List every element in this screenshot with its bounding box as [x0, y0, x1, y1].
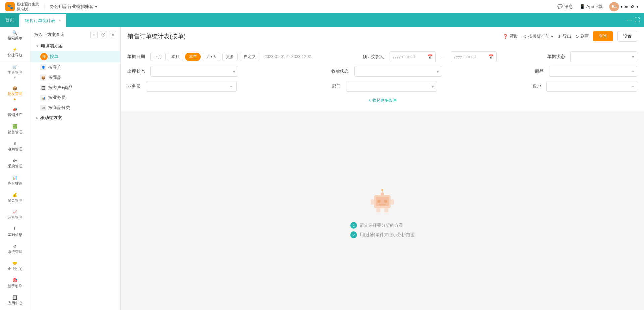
- status-select[interactable]: ▾: [570, 51, 637, 62]
- by-customer-icon: 👤: [40, 64, 46, 70]
- customer-input[interactable]: ···: [546, 81, 637, 92]
- date-label: 单据日期: [127, 54, 145, 60]
- date-btn-this-month[interactable]: 本月: [168, 53, 183, 61]
- by-salesman-icon: 📊: [40, 95, 46, 101]
- tree-section-mobile-header[interactable]: ▶ 移动端方案: [30, 113, 120, 123]
- expected-date-to[interactable]: yyyy-mm-dd 📅: [451, 51, 497, 62]
- sidebar-item-operations[interactable]: 📈 经营管理: [0, 206, 30, 223]
- date-btn-last-month[interactable]: 上月: [150, 53, 166, 61]
- svg-rect-11: [371, 199, 374, 205]
- tree-mobile-expand-icon: ▶: [36, 116, 38, 120]
- empty-hint-1: 1 请先选择要分析的方案: [350, 222, 414, 229]
- sidebar-item-enterprise[interactable]: 🤝 企业协同: [0, 258, 30, 275]
- goods-dots-icon[interactable]: ···: [630, 69, 634, 74]
- sidebar-item-basic-info[interactable]: ℹ 基础信息: [0, 223, 30, 241]
- tab-active[interactable]: 销售订单统计表 ×: [19, 14, 66, 28]
- sidebar-quick-nav[interactable]: ⚡ 快捷导航: [0, 44, 30, 61]
- date-btn-group: 上月 本月 本年 近7天 更多 自定义: [150, 53, 259, 61]
- print-btn[interactable]: 🖨 按模板打印 ▾: [522, 33, 553, 39]
- message-btn[interactable]: 💬 消息: [557, 4, 573, 10]
- date-btn-this-year[interactable]: 本年: [185, 53, 201, 61]
- help-btn[interactable]: ❓ 帮助: [503, 33, 518, 39]
- customer-dots-icon[interactable]: ···: [630, 84, 634, 89]
- empty-hint-2: 2 用[过滤]条件来缩小分析范围: [350, 231, 414, 238]
- status-label: 单据状态: [547, 54, 565, 60]
- sidebar-item-purchase[interactable]: 🛍 采购管理: [0, 155, 30, 172]
- sidebar-item-newbie[interactable]: 🎯 新手引导: [0, 275, 30, 292]
- expected-date-from[interactable]: yyyy-mm-dd 📅: [390, 51, 436, 62]
- date-btn-more[interactable]: 更多: [222, 53, 238, 61]
- date-btn-7days[interactable]: 近7天: [203, 53, 220, 61]
- page-header: 销售订单统计表(按单) ❓ 帮助 🖨 按模板打印 ▾ ⬇ 导出 ↻ 刷新: [121, 27, 644, 46]
- collect-status-select[interactable]: ▾: [354, 66, 442, 77]
- tree-item-by-salesman[interactable]: 📊 按业务员: [30, 93, 120, 103]
- by-customer-goods-icon: 🔲: [40, 85, 46, 91]
- sidebar-search[interactable]: 🔍 搜索菜单: [0, 27, 30, 44]
- filter-area: 单据日期 上月 本月 本年 近7天 更多 自定义 2023-01-01 至 20…: [121, 46, 644, 111]
- empty-state: 1 请先选择要分析的方案 2 用[过滤]条件来缩小分析范围: [121, 111, 644, 310]
- user-menu[interactable]: Ea demo2 ▾: [609, 2, 639, 11]
- sidebar-item-finance[interactable]: 💰 资金管理: [0, 189, 30, 206]
- sidebar-item-wholesale[interactable]: 📦 批发管理 ▲: [0, 83, 30, 104]
- salesman-input[interactable]: ···: [146, 81, 237, 92]
- tree-item-by-customer-goods[interactable]: 🔲 按客户+商品: [30, 83, 120, 93]
- svg-point-10: [381, 189, 383, 191]
- content-area: 销售订单统计表(按单) ❓ 帮助 🖨 按模板打印 ▾ ⬇ 导出 ↻ 刷新: [121, 27, 644, 310]
- tab-close-icon[interactable]: ×: [59, 18, 61, 23]
- sidebar-item-sales[interactable]: 💹 销售管理: [0, 121, 30, 138]
- out-status-chevron-icon: ▾: [233, 69, 235, 74]
- filter-row-1: 单据日期 上月 本月 本年 近7天 更多 自定义 2023-01-01 至 20…: [127, 51, 637, 62]
- sales-icon: 💹: [12, 124, 17, 129]
- page-title: 销售订单统计表(按单): [127, 32, 186, 40]
- print-icon: 🖨: [522, 34, 527, 39]
- sidebar-item-system[interactable]: ⚙ 系统管理: [0, 241, 30, 258]
- tree-item-by-category[interactable]: 🗂 按商品分类: [30, 103, 120, 113]
- app-download-btn[interactable]: 📱 App下载: [580, 4, 603, 10]
- settings-btn[interactable]: 设置: [617, 31, 637, 42]
- calendar-icon-1: 📅: [427, 54, 433, 59]
- edit-scheme-btn[interactable]: [100, 31, 107, 38]
- tree-expand-icon: ▼: [36, 44, 39, 48]
- add-scheme-btn[interactable]: +: [90, 31, 98, 38]
- sidebar-item-retail[interactable]: 🛒 零售管理 ▼: [0, 61, 30, 83]
- company-selector[interactable]: 办公用品行业模拟账套 ▾: [50, 4, 97, 10]
- export-icon: ⬇: [557, 34, 561, 39]
- sidebar-item-app-center[interactable]: 🔲 应用中心: [0, 292, 30, 309]
- query-btn[interactable]: 查询: [593, 31, 613, 41]
- customer-label: 客户: [532, 83, 541, 89]
- collect-status-chevron-icon: ▾: [437, 69, 439, 74]
- goods-input[interactable]: ···: [549, 66, 637, 77]
- salesman-dots-icon[interactable]: ···: [230, 84, 234, 89]
- tree-item-by-order[interactable]: 按 按单: [30, 51, 120, 62]
- basic-info-icon: ℹ: [14, 227, 16, 231]
- tab-home[interactable]: 首页: [0, 13, 19, 27]
- purchase-icon: 🛍: [13, 158, 17, 163]
- tree-item-by-goods[interactable]: 📦 按商品: [30, 72, 120, 83]
- by-category-icon: 🗂: [40, 105, 46, 111]
- collapse-conditions-btn[interactable]: ∧ 收起更多条件: [368, 96, 396, 105]
- collapse-panel-btn[interactable]: «: [109, 31, 116, 38]
- sidebar-item-ecommerce[interactable]: 🖥 电商管理: [0, 138, 30, 155]
- svg-point-5: [377, 200, 381, 203]
- sidebar-item-marketing[interactable]: 📣 营销推广: [0, 104, 30, 121]
- date-range-display: 2023-01-01 至 2023-12-31: [265, 54, 312, 60]
- inventory-icon: 📊: [12, 175, 17, 180]
- refresh-btn[interactable]: ↻ 刷新: [575, 33, 589, 39]
- left-panel: 按以下方案查询 + « ▼ 电脑端方案 按 按单 👤: [30, 27, 121, 310]
- status-chevron-icon: ▾: [632, 54, 634, 59]
- export-btn[interactable]: ⬇ 导出: [557, 33, 571, 39]
- help-icon: ❓: [503, 34, 508, 39]
- page-header-actions: ❓ 帮助 🖨 按模板打印 ▾ ⬇ 导出 ↻ 刷新 查询 设置: [503, 31, 637, 42]
- tree-section-desktop-header[interactable]: ▼ 电脑端方案: [30, 41, 120, 51]
- goods-label: 商品: [535, 68, 544, 74]
- tree-item-by-customer[interactable]: 👤 按客户: [30, 62, 120, 72]
- date-btn-custom[interactable]: 自定义: [240, 53, 259, 61]
- maximize-icon[interactable]: ⛶: [635, 17, 640, 23]
- out-status-select[interactable]: ▾: [150, 66, 238, 77]
- dept-select[interactable]: ▾: [346, 81, 437, 92]
- minimize-icon[interactable]: —: [627, 17, 632, 23]
- hint-num-2: 2: [350, 231, 357, 238]
- dept-chevron-icon: ▾: [432, 84, 434, 89]
- retail-icon: 🛒: [12, 65, 17, 69]
- sidebar-item-inventory[interactable]: 📊 库存核算: [0, 172, 30, 189]
